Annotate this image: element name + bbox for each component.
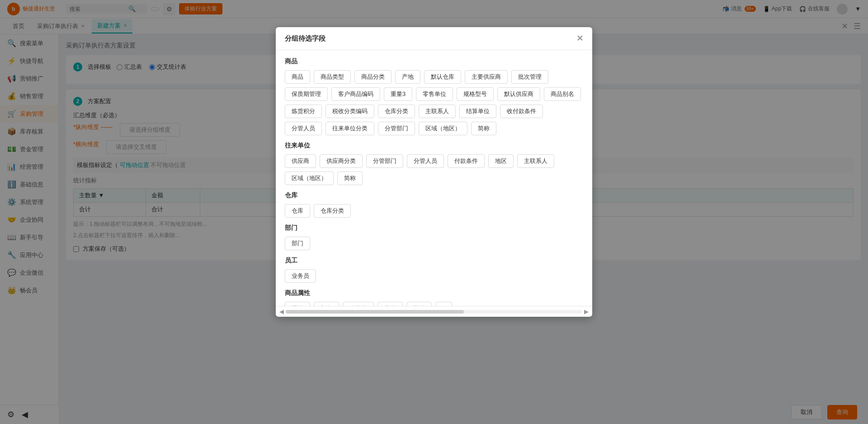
field-tag-0-12[interactable]: 默认供应商 bbox=[497, 87, 540, 101]
field-tag-5-3[interactable]: 尺码 bbox=[377, 302, 403, 306]
field-tag-1-3[interactable]: 分管人员 bbox=[407, 154, 444, 168]
modal-header: 分组待选字段 ✕ bbox=[276, 27, 592, 50]
section-title-2: 仓库 bbox=[285, 191, 583, 200]
modal-close-button[interactable]: ✕ bbox=[576, 33, 583, 43]
scroll-right-arrow[interactable]: ▶ bbox=[584, 308, 589, 315]
fields-grid-1: 供应商供应商分类分管部门分管人员付款条件地区主联系人区域（地区）简称 bbox=[285, 154, 583, 185]
field-tag-0-21[interactable]: 往来单位分类 bbox=[326, 122, 374, 135]
field-tag-0-3[interactable]: 产地 bbox=[395, 70, 420, 84]
scrollbar-thumb bbox=[286, 310, 464, 314]
fields-grid-0: 商品商品类型商品分类产地默认仓库主要供应商批次管理保质期管理客户商品编码重量3零… bbox=[285, 70, 583, 135]
field-tag-0-2[interactable]: 商品分类 bbox=[354, 70, 392, 84]
section-title-3: 部门 bbox=[285, 224, 583, 232]
field-tag-0-11[interactable]: 规格型号 bbox=[457, 87, 494, 101]
section-title-1: 往来单位 bbox=[285, 142, 583, 150]
field-tag-0-6[interactable]: 批次管理 bbox=[511, 70, 548, 84]
field-tag-0-9[interactable]: 重量3 bbox=[384, 87, 412, 101]
field-tag-5-0[interactable]: 属性 bbox=[285, 302, 310, 306]
field-tag-3-0[interactable]: 部门 bbox=[285, 237, 310, 250]
field-tag-0-16[interactable]: 仓库分类 bbox=[378, 105, 415, 118]
field-tag-5-2[interactable]: 多规格 bbox=[343, 302, 374, 306]
field-tag-0-0[interactable]: 商品 bbox=[285, 70, 310, 84]
field-tag-4-0[interactable]: 业务员 bbox=[285, 269, 316, 283]
field-tag-1-2[interactable]: 分管部门 bbox=[366, 154, 403, 168]
field-tag-0-8[interactable]: 客户商品编码 bbox=[331, 87, 380, 101]
modal-title: 分组待选字段 bbox=[285, 34, 326, 43]
field-tag-0-10[interactable]: 零售单位 bbox=[416, 87, 453, 101]
field-tag-1-6[interactable]: 主联系人 bbox=[517, 154, 554, 168]
field-tag-1-5[interactable]: 地区 bbox=[488, 154, 514, 168]
field-select-modal: 分组待选字段 ✕ 商品商品商品类型商品分类产地默认仓库主要供应商批次管理保质期管… bbox=[276, 27, 592, 317]
field-tag-5-1[interactable]: 颜色 bbox=[314, 302, 339, 306]
field-tag-5-5[interactable]: 1 bbox=[435, 302, 452, 306]
field-tag-0-15[interactable]: 税收分类编码 bbox=[326, 105, 374, 118]
fields-grid-2: 仓库仓库分类 bbox=[285, 204, 583, 218]
field-tag-0-14[interactable]: 炼货积分 bbox=[285, 105, 322, 118]
field-tag-1-0[interactable]: 供应商 bbox=[285, 154, 316, 168]
field-tag-1-4[interactable]: 付款条件 bbox=[448, 154, 485, 168]
field-tag-0-20[interactable]: 分管人员 bbox=[285, 122, 322, 135]
field-tag-2-1[interactable]: 仓库分类 bbox=[314, 204, 351, 218]
field-tag-0-5[interactable]: 主要供应商 bbox=[465, 70, 508, 84]
field-tag-0-24[interactable]: 简称 bbox=[471, 122, 496, 135]
field-tag-0-17[interactable]: 主联系人 bbox=[419, 105, 456, 118]
field-tag-0-22[interactable]: 分管部门 bbox=[378, 122, 415, 135]
field-tag-0-18[interactable]: 结算单位 bbox=[459, 105, 496, 118]
fields-grid-4: 业务员 bbox=[285, 269, 583, 283]
field-tag-1-7[interactable]: 区域（地区） bbox=[285, 172, 334, 185]
field-tag-0-13[interactable]: 商品别名 bbox=[544, 87, 581, 101]
field-tag-2-0[interactable]: 仓库 bbox=[285, 204, 310, 218]
fields-grid-5: 属性颜色多规格尺码鞋码1 bbox=[285, 302, 583, 306]
field-tag-0-1[interactable]: 商品类型 bbox=[314, 70, 351, 84]
field-tag-0-7[interactable]: 保质期管理 bbox=[285, 87, 328, 101]
modal-body: 商品商品商品类型商品分类产地默认仓库主要供应商批次管理保质期管理客户商品编码重量… bbox=[276, 50, 592, 306]
section-title-5: 商品属性 bbox=[285, 289, 583, 297]
section-title-4: 员工 bbox=[285, 257, 583, 265]
scroll-left-arrow[interactable]: ◀ bbox=[279, 308, 284, 315]
modal-overlay: 分组待选字段 ✕ 商品商品商品类型商品分类产地默认仓库主要供应商批次管理保质期管… bbox=[0, 0, 868, 424]
field-tag-0-4[interactable]: 默认仓库 bbox=[424, 70, 461, 84]
field-tag-0-19[interactable]: 收付款条件 bbox=[500, 105, 543, 118]
scrollbar-track bbox=[286, 310, 582, 314]
field-tag-1-1[interactable]: 供应商分类 bbox=[320, 154, 363, 168]
field-tag-1-8[interactable]: 简称 bbox=[337, 172, 363, 185]
field-tag-5-4[interactable]: 鞋码 bbox=[406, 302, 432, 306]
section-title-0: 商品 bbox=[285, 57, 583, 66]
field-tag-0-23[interactable]: 区域（地区） bbox=[419, 122, 467, 135]
fields-grid-3: 部门 bbox=[285, 237, 583, 250]
modal-scrollbar-area: ◀ ▶ bbox=[276, 306, 592, 317]
